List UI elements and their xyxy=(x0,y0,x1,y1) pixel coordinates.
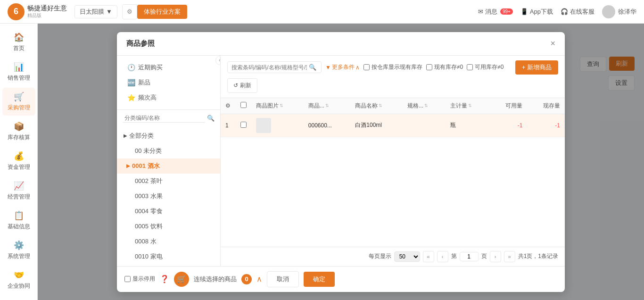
sidebar-item-9[interactable]: 🎓新手引导 xyxy=(2,296,35,300)
quick-tabs: 🕐近期购买🆕新品⭐频次高 xyxy=(117,56,220,110)
total-info: 共1页，1条记录 xyxy=(518,252,558,260)
logo-area: 6 畅捷通好生意 精品版 xyxy=(8,3,67,20)
per-page-select[interactable]: 50 10 20 100 xyxy=(394,251,420,262)
logo-edition: 精品版 xyxy=(27,12,67,19)
gear-button[interactable]: ⚙ xyxy=(122,4,137,19)
category-item-7[interactable]: 0008 水 xyxy=(117,234,220,249)
refresh-icon: ↺ xyxy=(233,82,238,89)
modal-right-panel: 🔍 ▼ 更多条件 ∧ 按仓库显示现有库存 xyxy=(221,56,565,266)
sidebar-item-6[interactable]: 📋基础信息 xyxy=(2,207,35,234)
quick-tab-0[interactable]: 🕐近期购买 xyxy=(123,60,215,75)
category-item-5[interactable]: 0004 零食 xyxy=(117,204,220,219)
category-item-2[interactable]: ▶0001 酒水 xyxy=(117,158,220,174)
top-nav: 6 畅捷通好生意 精品版 日太阳膜 ▼ ⚙ 体验行业方案 ✉ 消息 99+ 📱 … xyxy=(0,0,644,24)
col-stock[interactable]: 现存量 xyxy=(527,98,565,114)
product-search-icon[interactable]: 🔍 xyxy=(309,64,316,71)
sidebar-item-1[interactable]: 📊销售管理 xyxy=(2,58,35,86)
product-search-input[interactable] xyxy=(231,64,307,71)
product-table-area: ⚙ 商品图片 ⇅ xyxy=(221,98,565,247)
col-image: 商品图片 ⇅ xyxy=(251,98,304,114)
category-item-0[interactable]: ▶全部分类 xyxy=(117,128,220,143)
nav-selector[interactable]: 日太阳膜 ▼ xyxy=(74,5,117,18)
avatar xyxy=(602,5,615,18)
col-checkbox[interactable] xyxy=(236,98,251,114)
sidebar-item-4[interactable]: 💰资金管理 xyxy=(2,147,35,175)
col-available[interactable]: 可用量 xyxy=(490,98,528,114)
category-item-3[interactable]: 0002 茶叶 xyxy=(117,174,220,189)
table-header-row: ⚙ 商品图片 ⇅ xyxy=(221,98,565,114)
col-spec[interactable]: 规格... ⇅ xyxy=(403,98,446,114)
collapse-button[interactable]: « xyxy=(215,56,221,65)
category-search-icon[interactable]: 🔍 xyxy=(207,115,215,122)
product-table: ⚙ 商品图片 ⇅ xyxy=(221,98,565,137)
cart-text: 连续选择的商品 xyxy=(194,275,237,283)
next-page-button[interactable]: › xyxy=(490,251,501,262)
prev-page-button[interactable]: ‹ xyxy=(437,251,448,262)
checkbox-current-stock[interactable]: 现有库存≠0 xyxy=(426,63,463,71)
trial-button[interactable]: 体验行业方案 xyxy=(137,5,187,19)
cart-icon[interactable]: 🛒 xyxy=(174,272,189,287)
modal: 商品参照 × 🕐近期购买🆕新品⭐频次高 « xyxy=(117,32,565,292)
modal-title: 商品参照 xyxy=(126,39,155,48)
category-search: 🔍 xyxy=(117,110,220,126)
category-list: ▶全部分类00 未分类▶0001 酒水0002 茶叶0003 水果0004 零食… xyxy=(117,126,220,266)
service-nav[interactable]: 🎧 在线客服 xyxy=(561,8,594,16)
pagination: 每页显示 50 10 20 100 « ‹ 第 页 xyxy=(221,247,565,266)
modal-body: 🕐近期购买🆕新品⭐频次高 « 🔍 ▶全部分类00 未分类▶0001 酒水0002… xyxy=(117,56,565,266)
checkbox-available-stock[interactable]: 可用库存≠0 xyxy=(467,63,504,71)
show-disabled-checkbox[interactable]: 显示停用 xyxy=(124,275,155,283)
table-row[interactable]: 1 000600... 白酒100ml 瓶 -1 -1 xyxy=(221,114,565,137)
help-icon[interactable]: ❓ xyxy=(160,275,169,283)
page-input[interactable] xyxy=(460,252,479,261)
quick-tab-1[interactable]: 🆕新品 xyxy=(123,75,215,90)
refresh-button[interactable]: ↺ 刷新 xyxy=(227,78,257,93)
more-conditions-button[interactable]: ▼ 更多条件 ∧ xyxy=(325,63,360,71)
category-item-8[interactable]: 0010 家电 xyxy=(117,249,220,264)
add-product-button[interactable]: + 新增商品 xyxy=(515,60,558,75)
layout: 🏠首页📊销售管理🛒采购管理📦库存核算💰资金管理📈经营管理📋基础信息⚙️系统管理🤝… xyxy=(0,24,644,300)
col-unit[interactable]: 主计量 ⇅ xyxy=(446,98,490,114)
logo-name: 畅捷通好生意 xyxy=(27,4,67,12)
main-area: 查询 刷新 设置 商品参照 × 🕐近期购买🆕新品⭐频次高 xyxy=(38,24,644,300)
col-name[interactable]: 商品名称 ⇅ xyxy=(350,98,403,114)
category-search-input[interactable] xyxy=(123,114,205,123)
modal-footer: 显示停用 ❓ 🛒 连续选择的商品 0 ∧ 取消 确定 xyxy=(117,266,565,292)
logo-icon: 6 xyxy=(8,3,25,20)
modal-left-panel: 🕐近期购买🆕新品⭐频次高 « 🔍 ▶全部分类00 未分类▶0001 酒水0002… xyxy=(117,56,221,266)
page-label: 第 xyxy=(451,252,457,260)
confirm-button[interactable]: 确定 xyxy=(304,272,335,287)
category-item-4[interactable]: 0003 水果 xyxy=(117,189,220,204)
user-avatar-area[interactable]: 徐泽华 xyxy=(602,5,636,18)
sidebar-item-7[interactable]: ⚙️系统管理 xyxy=(2,236,35,264)
app-download-nav[interactable]: 📱 App下载 xyxy=(520,8,553,16)
product-image xyxy=(256,118,271,133)
category-item-1[interactable]: 00 未分类 xyxy=(117,143,220,158)
modal-header: 商品参照 × xyxy=(117,32,565,56)
page-suffix: 页 xyxy=(481,252,487,260)
cancel-button[interactable]: 取消 xyxy=(267,271,299,287)
sidebar-item-5[interactable]: 📈经营管理 xyxy=(2,177,35,205)
modal-close-button[interactable]: × xyxy=(550,39,555,49)
per-page-label: 每页显示 xyxy=(369,252,391,260)
quick-tab-2[interactable]: ⭐频次高 xyxy=(123,91,215,105)
category-item-6[interactable]: 0005 饮料 xyxy=(117,219,220,234)
product-tbody: 1 000600... 白酒100ml 瓶 -1 -1 xyxy=(221,114,565,137)
sidebar: 🏠首页📊销售管理🛒采购管理📦库存核算💰资金管理📈经营管理📋基础信息⚙️系统管理🤝… xyxy=(0,24,38,300)
cart-count: 0 xyxy=(241,274,252,284)
sidebar-item-2[interactable]: 🛒采购管理 xyxy=(2,88,35,116)
sidebar-item-0[interactable]: 🏠首页 xyxy=(2,28,35,56)
col-code[interactable]: 商品... ⇅ xyxy=(304,98,351,114)
sidebar-item-3[interactable]: 📦库存核算 xyxy=(2,117,35,145)
modal-overlay: 商品参照 × 🕐近期购买🆕新品⭐频次高 « xyxy=(38,24,644,300)
filter-bar: 🔍 ▼ 更多条件 ∧ 按仓库显示现有库存 xyxy=(221,56,565,98)
first-page-button[interactable]: « xyxy=(423,251,434,262)
messages-nav[interactable]: ✉ 消息 99+ xyxy=(478,8,513,16)
collapse-cart-icon[interactable]: ∧ xyxy=(256,275,262,283)
col-gear[interactable]: ⚙ xyxy=(221,98,236,114)
product-search-wrap: 🔍 xyxy=(227,61,322,73)
last-page-button[interactable]: » xyxy=(504,251,515,262)
sidebar-item-8[interactable]: 🤝企业协同 xyxy=(2,266,35,294)
checkbox-warehouse-stock[interactable]: 按仓库显示现有库存 xyxy=(363,63,422,71)
